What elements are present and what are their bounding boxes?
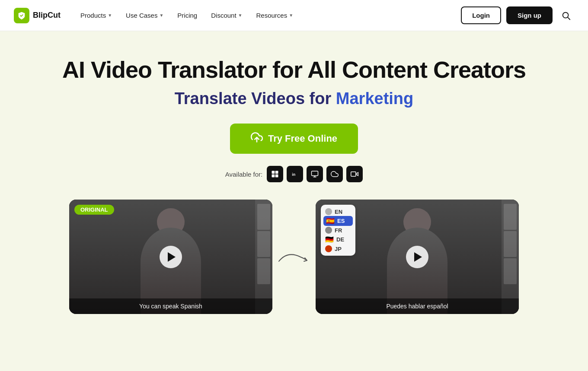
lang-fr[interactable]: FR (325, 226, 351, 235)
upload-icon (251, 131, 263, 146)
translated-video-bg: EN 🇪🇸 ES FR 🇩🇪 DE JP (316, 200, 519, 314)
chevron-down-icon: ▼ (289, 13, 293, 18)
original-video-card: ORIGINAL You can speak Spanish (69, 200, 272, 314)
flag-fr (325, 227, 332, 234)
cta-button[interactable]: Try Free Online (230, 124, 358, 154)
video-section: ORIGINAL You can speak Spanish (0, 200, 588, 340)
search-icon (561, 11, 571, 20)
svg-rect-3 (272, 171, 275, 174)
flag-de: 🇩🇪 (325, 235, 334, 244)
translation-arrow-icon (277, 248, 311, 266)
lang-jp[interactable]: JP (325, 244, 351, 253)
logo-link[interactable]: BlipCut (14, 8, 61, 23)
play-button-original[interactable] (160, 246, 182, 268)
svg-rect-8 (312, 171, 318, 176)
available-row: Available for: in (10, 166, 578, 182)
navigation: BlipCut Products ▼ Use Cases ▼ Pricing D… (0, 0, 588, 31)
original-badge: ORIGINAL (74, 205, 114, 215)
window-bars-2 (502, 200, 519, 314)
signup-button[interactable]: Sign up (506, 6, 553, 24)
play-button-translated[interactable] (406, 246, 428, 268)
svg-rect-6 (275, 174, 278, 178)
chevron-down-icon: ▼ (159, 13, 163, 18)
svg-line-1 (568, 17, 570, 19)
platform-monitor-icon (307, 166, 323, 182)
platform-camera-icon (346, 166, 363, 182)
hero-title: AI Video Translator for All Content Crea… (10, 57, 578, 82)
arrow-connector (272, 248, 316, 266)
nav-menu: Products ▼ Use Cases ▼ Pricing Discount … (74, 8, 461, 22)
lang-en[interactable]: EN (325, 207, 351, 216)
svg-rect-4 (275, 171, 278, 174)
nav-actions: Login Sign up (461, 6, 574, 24)
flag-es: 🇪🇸 (326, 217, 335, 225)
svg-rect-11 (351, 172, 356, 177)
nav-pricing[interactable]: Pricing (171, 8, 203, 22)
flag-jp (325, 245, 332, 252)
original-video-bg: ORIGINAL You can speak Spanish (69, 200, 272, 314)
platform-icons: in (267, 166, 363, 182)
translated-video-card: EN 🇪🇸 ES FR 🇩🇪 DE JP (316, 200, 519, 314)
language-overlay: EN 🇪🇸 ES FR 🇩🇪 DE JP (321, 205, 355, 256)
lang-de[interactable]: 🇩🇪 DE (325, 235, 351, 244)
nav-resources[interactable]: Resources ▼ (250, 8, 299, 22)
hero-subtitle: Translate Videos for Marketing (10, 89, 578, 108)
nav-use-cases[interactable]: Use Cases ▼ (120, 8, 169, 22)
platform-cloud-icon (326, 166, 343, 182)
login-button[interactable]: Login (461, 6, 501, 24)
flag-en (325, 208, 332, 215)
available-label: Available for: (225, 171, 262, 178)
svg-text:in: in (292, 172, 295, 177)
lang-es[interactable]: 🇪🇸 ES (323, 216, 353, 226)
window-bars (255, 200, 272, 314)
cta-label: Try Free Online (268, 133, 337, 144)
subtitle-prefix: Translate Videos for (175, 89, 336, 108)
brand-name: BlipCut (33, 11, 61, 20)
search-button[interactable] (558, 7, 574, 24)
nav-products[interactable]: Products ▼ (74, 8, 118, 22)
original-subtitle: You can speak Spanish (69, 298, 272, 314)
logo-icon (14, 8, 29, 23)
nav-discount[interactable]: Discount ▼ (205, 8, 248, 22)
platform-intel-icon: in (287, 166, 303, 182)
chevron-down-icon: ▼ (108, 13, 112, 18)
chevron-down-icon: ▼ (238, 13, 243, 18)
platform-windows-icon (267, 166, 283, 182)
hero-section: AI Video Translator for All Content Crea… (0, 31, 588, 182)
translated-subtitle: Puedes hablar español (316, 298, 519, 314)
svg-rect-5 (272, 174, 275, 178)
subtitle-accent: Marketing (336, 89, 413, 108)
